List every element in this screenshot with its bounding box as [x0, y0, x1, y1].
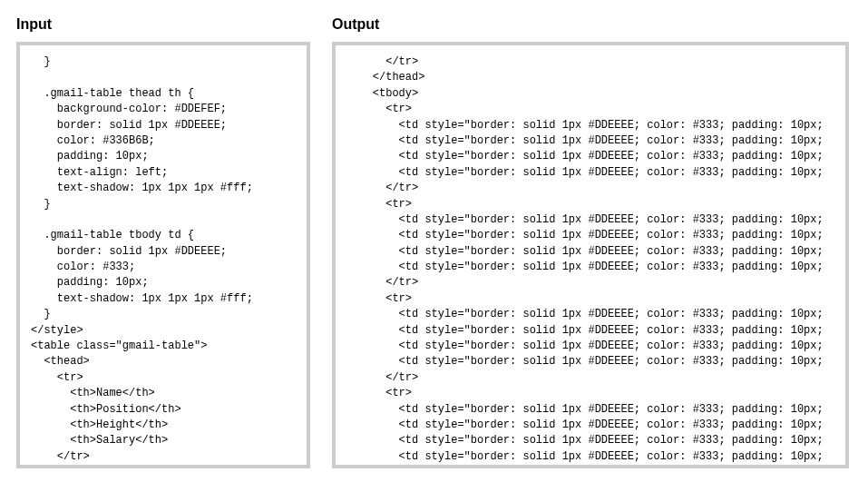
input-heading: Input	[16, 16, 310, 33]
input-code-block: } .gmail-table thead th { background-col…	[16, 42, 310, 468]
output-heading: Output	[332, 16, 849, 33]
input-column: Input } .gmail-table thead th { backgrou…	[16, 16, 310, 468]
output-code-block: </tr> </thead> <tbody> <tr> <td style="b…	[332, 42, 849, 468]
output-column: Output </tr> </thead> <tbody> <tr> <td s…	[332, 16, 849, 468]
two-column-layout: Input } .gmail-table thead th { backgrou…	[16, 16, 852, 468]
